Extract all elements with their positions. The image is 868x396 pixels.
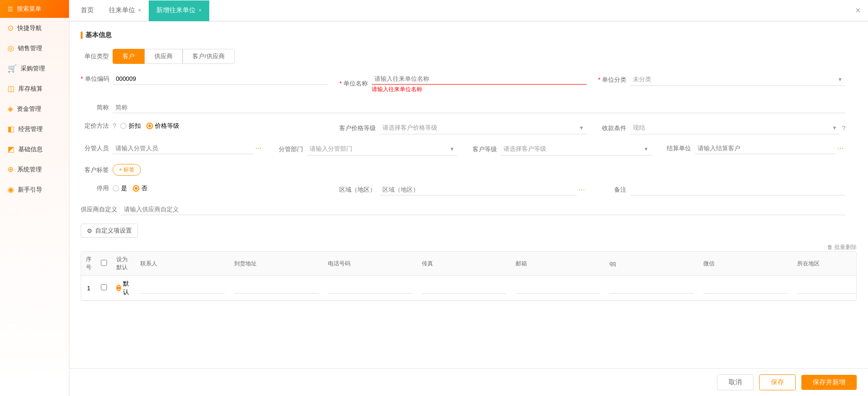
save-button[interactable]: 保存 — [759, 374, 796, 390]
region-more-btn[interactable]: ··· — [577, 186, 586, 194]
supplier-custom-input[interactable] — [121, 204, 845, 215]
tab-new-partner-close[interactable]: × — [198, 7, 202, 14]
tab-bar-close-all[interactable]: × — [852, 6, 864, 16]
type-btn-supplier[interactable]: 供应商 — [145, 49, 183, 64]
unit-name-field: 单位名称 请输入往来单位名称 — [339, 73, 586, 93]
settlement-unit-input[interactable] — [695, 143, 836, 154]
pricing-label: 定价方法 — [81, 122, 109, 130]
unit-code-field: 单位编码 — [81, 73, 328, 85]
row-contact-input[interactable] — [140, 282, 225, 294]
unit-code-input[interactable] — [113, 73, 328, 85]
row-address[interactable] — [229, 276, 323, 301]
row-fax[interactable] — [417, 276, 511, 301]
batch-delete-btn[interactable]: 🗑 批量删除 — [827, 244, 857, 250]
row-phone[interactable] — [323, 276, 417, 301]
row-qq[interactable] — [605, 276, 699, 301]
unit-type-row: 单位类型 客户 供应商 客户/供应商 — [81, 49, 857, 64]
customer-price-level-arrow: ▼ — [579, 125, 584, 131]
alias-input[interactable] — [113, 102, 845, 113]
row-qq-input[interactable] — [609, 282, 694, 294]
settlement-unit-field: 结算单位 ··· — [663, 143, 846, 154]
manager-input[interactable] — [113, 143, 253, 154]
guide-icon: ◉ — [8, 185, 14, 194]
inventory-icon: ◫ — [8, 84, 15, 93]
dept-select[interactable]: 请输入分管部门 ▼ — [307, 143, 458, 155]
sidebar-item-label: 资金管理 — [17, 105, 41, 113]
sidebar-item-label: 库存核算 — [18, 85, 43, 93]
row-default-radio[interactable]: 默认 — [116, 280, 131, 296]
payment-terms-label: 收款条件 — [598, 124, 626, 132]
manager-more-btn[interactable]: ··· — [253, 144, 263, 153]
th-contact: 联系人 — [136, 252, 229, 276]
sidebar-item-basic[interactable]: ◩ 基础信息 — [0, 139, 69, 159]
sidebar-search[interactable]: ☰ 搜索菜单 — [0, 0, 69, 18]
quick-nav-icon: ⊙ — [8, 23, 14, 32]
pricing-radio-level[interactable]: 价格等级 — [146, 122, 179, 130]
pricing-help-icon[interactable]: ? — [113, 122, 116, 130]
sidebar-item-system[interactable]: ⊕ 系统管理 — [0, 159, 69, 179]
tab-partners[interactable]: 往来单位 × — [101, 0, 149, 21]
type-btn-customer[interactable]: 客户 — [113, 49, 145, 64]
settlement-unit-more-btn[interactable]: ··· — [836, 144, 845, 153]
tab-new-partner[interactable]: 新增往来单位 × — [149, 0, 209, 21]
row-phone-input[interactable] — [328, 282, 412, 294]
sidebar-item-operation[interactable]: ◧ 经营管理 — [0, 119, 69, 139]
disabled-yes-label: 是 — [121, 184, 127, 193]
sidebar-item-quick-nav[interactable]: ⊙ 快捷导航 — [0, 18, 69, 38]
custom-settings-label: 自定义项设置 — [95, 226, 132, 235]
sidebar-item-purchase[interactable]: 🛒 采购管理 — [0, 58, 69, 78]
unit-name-error: 请输入往来单位名称 — [372, 85, 587, 93]
row-region[interactable] — [792, 276, 857, 301]
tag-add-btn[interactable]: + 标签 — [113, 164, 141, 176]
row-wechat[interactable] — [699, 276, 792, 301]
form-row-supplier-custom: 供应商自定义 — [81, 204, 857, 215]
row-contact[interactable] — [136, 276, 229, 301]
table-header-row: 序号 设为默认 联系人 到货地址 电话号码 传真 邮箱 qq 微信 所在地区 操… — [81, 252, 857, 276]
row-wechat-input[interactable] — [703, 282, 788, 294]
dept-label: 分管部门 — [275, 145, 303, 154]
disabled-yes-circle — [113, 185, 119, 192]
region-input[interactable] — [380, 184, 577, 195]
tab-partners-close[interactable]: × — [138, 7, 141, 14]
pricing-radio-level-circle — [146, 123, 153, 129]
manager-field: 分管人员 ··· — [81, 143, 264, 154]
disabled-yes-radio[interactable]: 是 — [113, 184, 127, 193]
form-row-pricing: 定价方法 ? 折扣 价格等级 客户价格等级 请选择客户价格等级 — [81, 122, 857, 134]
sidebar-item-inventory[interactable]: ◫ 库存核算 — [0, 78, 69, 99]
batch-delete-icon: 🗑 — [827, 244, 833, 250]
row-address-input[interactable] — [234, 282, 319, 294]
region-field: 区域（地区） ··· — [339, 184, 586, 195]
row-email[interactable] — [511, 276, 605, 301]
payment-terms-select[interactable]: 现结 ▼ — [630, 122, 840, 134]
row-region-input[interactable] — [797, 282, 857, 294]
custom-settings-btn[interactable]: ⚙ 自定义项设置 — [81, 224, 138, 238]
row-fax-input[interactable] — [422, 282, 506, 294]
disabled-no-radio[interactable]: 否 — [133, 184, 147, 193]
save-add-button[interactable]: 保存并新增 — [801, 375, 857, 390]
tab-new-partner-label: 新增往来单位 — [156, 6, 196, 15]
row-checkbox[interactable] — [101, 284, 107, 290]
batch-delete-area: 🗑 批量删除 — [81, 243, 857, 251]
tab-partners-label: 往来单位 — [109, 6, 135, 15]
unit-name-wrapper: 请输入往来单位名称 — [372, 73, 587, 93]
sidebar-item-sales[interactable]: ◎ 销售管理 — [0, 38, 69, 58]
unit-category-select[interactable]: 未分类 ▼ — [630, 73, 845, 86]
th-default: 设为默认 — [112, 252, 136, 276]
payment-terms-help-icon[interactable]: ? — [842, 124, 845, 132]
cancel-button[interactable]: 取消 — [717, 374, 754, 390]
tab-home[interactable]: 首页 — [73, 0, 101, 21]
remark-input[interactable] — [630, 184, 845, 195]
row-email-input[interactable] — [516, 282, 600, 294]
sidebar-item-finance[interactable]: ◈ 资金管理 — [0, 99, 69, 119]
customer-price-level-select[interactable]: 请选择客户价格等级 ▼ — [380, 122, 586, 134]
purchase-icon: 🛒 — [8, 64, 17, 73]
tab-home-label: 首页 — [81, 6, 94, 15]
select-all-checkbox[interactable] — [101, 260, 107, 266]
pricing-radio-discount[interactable]: 折扣 — [120, 122, 141, 130]
settings-icon: ⚙ — [87, 227, 92, 234]
customer-level-select[interactable]: 请选择客户等级 ▼ — [501, 143, 652, 155]
sidebar-item-label: 新手引导 — [18, 186, 42, 194]
sidebar-item-guide[interactable]: ◉ 新手引导 — [0, 179, 69, 200]
type-btn-both[interactable]: 客户/供应商 — [183, 49, 235, 64]
unit-name-input[interactable] — [372, 73, 587, 85]
